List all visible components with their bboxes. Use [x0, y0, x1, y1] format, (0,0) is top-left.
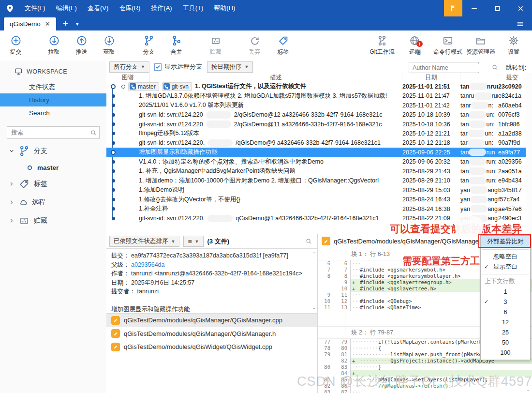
file-row[interactable]: qGisTestDemo/modules/qGisManager/QGisMan… — [106, 327, 317, 341]
commit-author: tanrn: — [460, 102, 498, 109]
sidebar-search-input[interactable] — [10, 129, 90, 136]
branch-badge-master[interactable]: master — [128, 82, 159, 91]
history-row[interactable]: git-svn-id: svn://124.2202/qGisDemo@11 a… — [106, 120, 526, 129]
toolbar-tag-button[interactable]: 标签 — [269, 35, 297, 56]
file-row[interactable]: qGisTestDemo/modules/qGisManager/QGisMan… — [106, 314, 317, 327]
toolbar-item-label: 远端 — [409, 48, 421, 56]
menubar-item[interactable]: 工具(T) — [177, 0, 209, 16]
sidebar-branch-master[interactable]: master — [0, 160, 106, 175]
tab-qgisdemo[interactable]: qGisDemo ✕ — [4, 17, 56, 30]
show-remote-checkbox[interactable]: 显示远程分支 — [154, 62, 202, 71]
menubar-item[interactable]: 查看(V) — [82, 0, 114, 16]
toolbar-settings-button[interactable]: 设置 — [497, 35, 530, 56]
file-row[interactable]: qGisTestDemo/modules/qGisWidget/QGisWidg… — [106, 340, 317, 354]
close-button[interactable] — [509, 0, 532, 16]
toolbar-branch-button[interactable]: 分支 — [135, 35, 163, 56]
menu-item-50[interactable]: 50 — [481, 337, 530, 348]
sort-dropdown[interactable]: 按日期排序▼ — [207, 61, 253, 73]
toolbar-explorer-button[interactable]: 资源管理器 — [464, 35, 497, 56]
chevron-right-icon[interactable] — [9, 218, 15, 224]
toolbar-fetch-button[interactable]: 获取 — [95, 35, 123, 56]
history-row[interactable]: 1. 增加GDAL3.7.0依赖环境管理模块 2. 增加GDAL加载s57海图数… — [106, 91, 526, 100]
toolbar-merge-button[interactable]: 合并 — [163, 35, 190, 56]
detail-line: 增加图层显示和隐藏操作功能 — [111, 305, 310, 314]
history-row[interactable]: 1. 增加demo：添加1000-10000个图片对象Demo 2. 增加接口：… — [106, 176, 526, 185]
search-icon[interactable] — [305, 238, 312, 245]
modified-file-icon — [111, 343, 120, 351]
toolbar-pull-button[interactable]: 拉取 — [40, 35, 68, 56]
menu-item-100[interactable]: 100 — [481, 348, 530, 358]
menu-item-3[interactable]: ✓3 — [481, 297, 530, 307]
chevron-down-icon[interactable] — [9, 148, 15, 154]
toolbar-gitflow-button[interactable]: Git工作流 — [366, 35, 399, 56]
menubar-item[interactable]: 文件(F) — [19, 0, 51, 16]
scroll-up-icon[interactable]: ⌃ — [312, 250, 316, 259]
sidebar-section-分支[interactable]: 分支 — [0, 142, 106, 160]
sidebar-item-history[interactable]: History — [0, 93, 106, 106]
parent-commit-link[interactable]: a0293564da — [131, 261, 165, 268]
toolbar-remote-button[interactable]: !远端 — [399, 35, 431, 56]
diff-marker: ··· — [351, 339, 360, 345]
author-filter[interactable] — [409, 62, 479, 73]
history-row[interactable]: git-svn-id: svn://124.2202/qGisDemo@12 a… — [106, 110, 526, 119]
history-row[interactable]: 1. 补充，QgisManager中addSvgMarkerPoint函数缺失问… — [106, 166, 526, 176]
tab-dropdown-icon[interactable]: ▼ — [75, 21, 80, 27]
branch-filter-dropdown[interactable]: 所有分支▼ — [109, 61, 149, 73]
sidebar-section-远程[interactable]: 远程 — [0, 193, 106, 212]
old-line-number: 8 — [318, 273, 333, 279]
toolbar-push-button[interactable]: 推送 — [68, 35, 95, 56]
new-tab-button[interactable]: + — [63, 18, 68, 29]
description-text: git-svn-id: svn://124.220 — [139, 121, 203, 128]
sidebar-item-search[interactable]: Search — [0, 106, 106, 120]
sidebar-search[interactable] — [7, 126, 100, 139]
maximize-button[interactable] — [486, 0, 509, 16]
menu-item-25[interactable]: 25 — [481, 327, 530, 337]
scroll-down-icon[interactable]: ⌄ — [312, 303, 316, 313]
file-sort-dropdown[interactable]: 已依照文件状态排序▼ — [109, 236, 179, 247]
history-row[interactable]: ffmpeg迁移到5.12版本2025-10-12 21:21tarun:a1a… — [106, 129, 526, 138]
branch-badge-git-svn[interactable]: git-svn — [162, 82, 192, 91]
commit-dot-icon — [112, 122, 115, 126]
terminal-icon — [443, 35, 453, 46]
menubar-item[interactable]: 仓库(R) — [114, 0, 146, 16]
menu-item-显示空白[interactable]: ✓显示空白 — [481, 262, 530, 272]
menu-item-6[interactable]: 6 — [481, 307, 530, 317]
history-row[interactable]: 2025/11/01 V1.6.0 v1.7.0 版本列表更新2025-11-0… — [106, 101, 526, 110]
minimize-button[interactable] — [462, 0, 486, 16]
flag-button[interactable] — [444, 0, 462, 16]
menu-item-1[interactable]: 1 — [481, 287, 530, 297]
history-row[interactable]: 增加图层显示和隐藏操作功能2025-09-06 22:25tanrunea9fa… — [106, 148, 526, 157]
stash-icon — [19, 215, 30, 226]
sidebar-item-文件状态[interactable]: 文件状态 — [0, 80, 106, 93]
history-row[interactable]: git-svn-id: svn://124.220./qGisDemo@9 a4… — [106, 138, 526, 148]
detail-field-value: ea9fa774372eca7c3a393a187da3abc6a315d31f… — [131, 252, 288, 259]
commit-date: 2025-08-24 16:43 — [402, 196, 460, 203]
fetch-icon — [104, 35, 115, 46]
sidebar-section-label: 标签 — [34, 180, 47, 188]
author-fragment: ang — [488, 187, 498, 194]
detail-scrollbar[interactable]: ⌃⌄ — [311, 250, 317, 312]
censor-blob — [469, 177, 486, 184]
menu-item-12[interactable]: 12 — [481, 317, 530, 327]
sidebar-section-标签[interactable]: 标签 — [0, 175, 106, 193]
view-mode-dropdown[interactable]: ≡▼ — [183, 236, 203, 247]
menubar-item[interactable]: 帮助(H) — [208, 0, 240, 16]
history-row[interactable]: 1.修改{}去掉改为QVector等，不使用{}2025-08-24 16:43… — [106, 195, 526, 204]
history-row[interactable]: 1.补全注释2025-08-24 16:38yanangae457e6 — [106, 204, 526, 213]
hamburger-menu-icon[interactable] — [516, 20, 524, 28]
chevron-right-icon[interactable] — [9, 199, 15, 205]
menubar-item[interactable]: 编辑(E) — [51, 0, 82, 16]
history-row[interactable]: mastergit-svn1. QGIStest运行文件，以及运行依赖文件202… — [106, 82, 526, 91]
toolbar-commit-button[interactable]: 提交 — [2, 35, 30, 56]
history-row[interactable]: 1.添加Demo说明2025-08-29 15:03yanangb345817 — [106, 185, 526, 195]
check-icon: ✓ — [484, 264, 488, 270]
tab-close-icon[interactable]: ✕ — [45, 20, 50, 28]
chevron-right-icon[interactable] — [9, 181, 15, 187]
menu-item-忽略空白[interactable]: 忽略空白 — [481, 252, 530, 262]
author-filter-input[interactable] — [412, 64, 491, 72]
censor-blob — [468, 130, 485, 137]
sidebar-section-贮藏[interactable]: 贮藏 — [0, 212, 106, 230]
toolbar-terminal-button[interactable]: 命令行模式 — [431, 35, 464, 56]
history-row[interactable]: V1.4.0：添加特定名称的多个点对象、搜索选中和取消选中对象Demo2025-… — [106, 157, 526, 166]
menubar-item[interactable]: 操作(A) — [146, 0, 177, 16]
